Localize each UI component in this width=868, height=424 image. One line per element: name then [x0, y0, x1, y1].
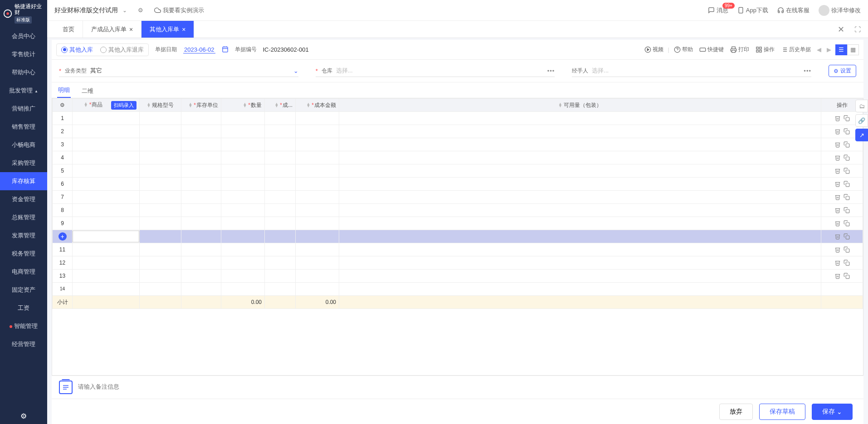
save-button[interactable]: 保存 ⌄	[812, 404, 853, 420]
subtab-detail[interactable]: 明细	[57, 83, 71, 98]
sidebar-item[interactable]: 电商管理	[0, 263, 47, 281]
demo-link[interactable]: 我要看实例演示	[154, 6, 204, 14]
sidebar-item[interactable]: 库存核算	[0, 172, 47, 190]
copy-row-icon[interactable]	[844, 115, 850, 122]
close-all-tabs-icon[interactable]: ✕	[834, 24, 848, 34]
chevron-down-icon[interactable]: ⌄	[293, 67, 298, 74]
remark-input[interactable]	[78, 381, 856, 393]
copy-row-icon[interactable]	[844, 207, 850, 214]
calendar-icon[interactable]	[222, 46, 229, 54]
view-card-icon[interactable]: ▦	[847, 44, 859, 55]
fullscreen-icon[interactable]: ⛶	[852, 26, 863, 33]
video-button[interactable]: 视频	[643, 46, 665, 53]
copy-row-icon[interactable]	[844, 154, 850, 161]
rail-card-icon[interactable]: 🗂	[855, 100, 868, 112]
copy-row-icon[interactable]	[844, 273, 850, 279]
more-icon[interactable]: •••	[804, 67, 811, 74]
delete-row-icon[interactable]	[834, 220, 841, 227]
copy-row-icon[interactable]	[844, 220, 850, 227]
rail-link-icon[interactable]: 🔗	[855, 114, 868, 127]
sidebar-item[interactable]: 批发管理	[0, 82, 47, 100]
copy-row-icon[interactable]	[844, 168, 850, 174]
delete-row-icon[interactable]	[834, 273, 841, 279]
prev-icon[interactable]: ◀	[815, 46, 823, 53]
help-button[interactable]: 帮助	[672, 46, 695, 53]
table-row[interactable]: +	[53, 230, 863, 243]
close-icon[interactable]: ×	[129, 26, 133, 33]
copy-row-icon[interactable]	[844, 260, 850, 266]
copy-row-icon[interactable]	[844, 194, 850, 201]
operate-button[interactable]: 操作	[754, 46, 776, 53]
table-row[interactable]: 14	[53, 283, 863, 296]
table-row[interactable]: 1	[53, 112, 863, 125]
delete-row-icon[interactable]	[834, 233, 841, 240]
table-row[interactable]: 8	[53, 204, 863, 217]
sidebar-item[interactable]: 会员中心	[0, 27, 47, 45]
copy-row-icon[interactable]	[844, 141, 850, 148]
sidebar-item[interactable]: 营销推广	[0, 100, 47, 118]
sidebar-item[interactable]: 固定资产	[0, 281, 47, 299]
draft-button[interactable]: 保存草稿	[759, 404, 805, 420]
delete-row-icon[interactable]	[834, 115, 841, 122]
table-row[interactable]: 3	[53, 138, 863, 151]
sidebar-item[interactable]: 采购管理	[0, 154, 47, 172]
copy-row-icon[interactable]	[844, 128, 850, 135]
delete-row-icon[interactable]	[834, 260, 841, 266]
delete-row-icon[interactable]	[834, 207, 841, 214]
sidebar-item[interactable]: 零售统计	[0, 45, 47, 63]
table-row[interactable]: 13	[53, 270, 863, 283]
delete-row-icon[interactable]	[834, 154, 841, 161]
sidebar-item[interactable]: 经营管理	[0, 335, 47, 353]
message-button[interactable]: 消息 99+	[708, 6, 728, 14]
shortcut-button[interactable]: 快捷键	[697, 46, 726, 53]
more-icon[interactable]: •••	[547, 67, 555, 74]
date-value[interactable]: 2023-06-02	[183, 46, 215, 53]
sidebar-item[interactable]: 工资	[0, 299, 47, 317]
settings-gear-icon[interactable]: ⚙	[20, 412, 27, 420]
rail-expand-icon[interactable]: ↗	[855, 129, 868, 141]
handler-field[interactable]: 经手人 选择... •••	[572, 65, 811, 77]
close-icon[interactable]: ×	[182, 26, 185, 33]
print-button[interactable]: 打印	[728, 46, 751, 53]
table-row[interactable]: 12	[53, 256, 863, 270]
subtab-twod[interactable]: 二维	[81, 84, 94, 98]
table-row[interactable]: 11	[53, 243, 863, 256]
table-gear-icon[interactable]: ⚙	[60, 102, 65, 108]
copy-row-icon[interactable]	[844, 181, 850, 188]
title-dropdown-icon[interactable]: ⌄	[122, 7, 127, 14]
tab[interactable]: 产成品入库单×	[83, 21, 141, 38]
sidebar-item[interactable]: 帮助中心	[0, 63, 47, 82]
table-row[interactable]: 9	[53, 217, 863, 230]
sidebar-item[interactable]: 小畅电商	[0, 136, 47, 154]
sidebar-item[interactable]: 发票管理	[0, 226, 47, 245]
tab[interactable]: 首页	[54, 21, 83, 38]
settings-button[interactable]: ⚙ 设置	[829, 65, 856, 77]
biztype-field[interactable]: * 业务类型 其它 ⌄	[59, 65, 298, 77]
copy-row-icon[interactable]	[844, 246, 850, 253]
table-row[interactable]: 4	[53, 151, 863, 164]
history-button[interactable]: 历史单据	[779, 46, 813, 53]
view-list-icon[interactable]: ☰	[835, 44, 847, 55]
delete-row-icon[interactable]	[834, 181, 841, 188]
radio-return[interactable]: 其他入库退库	[100, 46, 144, 54]
goods-input[interactable]	[73, 231, 139, 242]
warehouse-field[interactable]: * 仓库 选择... •••	[316, 65, 555, 77]
tab[interactable]: 其他入库单×	[141, 21, 194, 38]
table-row[interactable]: 6	[53, 178, 863, 191]
sidebar-item[interactable]: 总账管理	[0, 208, 47, 226]
delete-row-icon[interactable]	[834, 128, 841, 135]
sidebar-item[interactable]: 智能管理	[0, 317, 47, 335]
next-icon[interactable]: ▶	[825, 46, 833, 53]
table-row[interactable]: 2	[53, 125, 863, 138]
app-download-button[interactable]: App下载	[737, 6, 768, 14]
table-row[interactable]: 7	[53, 191, 863, 204]
title-gear-icon[interactable]: ⚙	[138, 7, 143, 14]
copy-row-icon[interactable]	[844, 233, 850, 240]
scan-button[interactable]: 扫码录入	[111, 101, 137, 110]
delete-row-icon[interactable]	[834, 246, 841, 253]
sidebar-item[interactable]: 税务管理	[0, 245, 47, 263]
user-menu[interactable]: 徐泽华修改	[819, 5, 861, 16]
delete-row-icon[interactable]	[834, 194, 841, 201]
sidebar-item[interactable]: 销售管理	[0, 118, 47, 136]
discard-button[interactable]: 放弃	[719, 404, 753, 420]
